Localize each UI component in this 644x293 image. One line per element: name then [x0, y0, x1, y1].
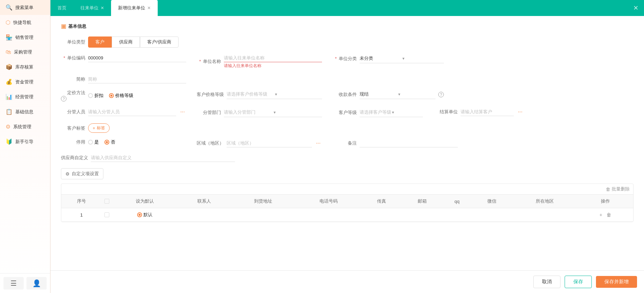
sidebar-item-purchase[interactable]: 🛍 采购管理	[0, 45, 50, 59]
gear-icon: ⚙	[6, 123, 10, 130]
money-icon: 💰	[6, 79, 13, 85]
select-all-checkbox[interactable]	[104, 199, 109, 204]
manager-row: 分管人员 ··· 分管部门 请输入分管部门 ▼ 客户等级 请选择客户等级 ▼ 结…	[61, 108, 634, 117]
row-add-btn[interactable]: +	[598, 212, 604, 218]
tags-row: 客户标签 + 标签	[61, 123, 634, 133]
batch-delete-btn[interactable]: 🗑 批量删除	[606, 186, 630, 192]
sidebar-item-label: 采购管理	[14, 49, 32, 55]
settlement-input[interactable]	[461, 108, 514, 116]
col-action: 操作	[578, 195, 633, 208]
unit-code-input[interactable]	[88, 54, 186, 62]
remark-input[interactable]	[360, 139, 458, 147]
manager-dots-btn[interactable]: ···	[179, 109, 186, 115]
box-icon: 📦	[6, 64, 13, 70]
custom-settings-btn[interactable]: ⚙ 自定义项设置	[61, 168, 103, 179]
home-icon: ⬡	[6, 19, 10, 26]
customer-level-label: 客户等级	[332, 109, 357, 116]
tab-new-partner[interactable]: 新增往来单位 ✕	[111, 0, 158, 16]
sidebar-item-basic[interactable]: 📋 基础信息	[0, 104, 50, 119]
sidebar-item-label: 库存核算	[15, 64, 33, 70]
sidebar-expand-btn[interactable]: ☰	[3, 277, 24, 290]
discount-radio	[88, 93, 93, 98]
tab-home[interactable]: 首页	[50, 0, 73, 16]
disabled-label: 停用	[61, 139, 85, 145]
sidebar-item-search[interactable]: 🔍 搜索菜单	[0, 0, 50, 15]
save-new-button[interactable]: 保存并新增	[596, 276, 637, 288]
disabled-no[interactable]: 否	[104, 139, 115, 145]
unit-code-group: * 单位编码	[61, 54, 186, 62]
pricing-radio-group: 折扣 价格等级	[88, 92, 133, 99]
customer-level-select[interactable]: 请选择客户等级 ▼	[360, 108, 423, 117]
customer-price-select[interactable]: 请选择客户价格等级 ▼	[227, 90, 322, 99]
abbr-label: 简称	[61, 76, 85, 82]
row-default[interactable]: 默认	[112, 208, 178, 222]
type-btn-both[interactable]: 客户/供应商	[140, 36, 179, 48]
table-header-row: 🗑 批量删除	[61, 184, 633, 195]
payment-help-icon[interactable]: ?	[438, 92, 444, 97]
disabled-yes[interactable]: 是	[88, 139, 99, 145]
department-select[interactable]: 请输入分管部门 ▼	[224, 108, 322, 117]
tab-home-label: 首页	[57, 5, 66, 11]
department-group: 分管部门 请输入分管部门 ▼	[197, 108, 322, 117]
tab-new-partner-close[interactable]: ✕	[147, 6, 151, 10]
cancel-button[interactable]: 取消	[533, 276, 560, 288]
abbr-group: 简称	[61, 75, 186, 83]
pricing-row: 定价方法 ? 折扣 价格等级 客户价格等级 请选择客户价	[61, 90, 634, 101]
table-head: 序号 设为默认 联系人 到货地址 电话号码 传真 邮箱 qq 微信 所在地区	[61, 195, 633, 208]
sidebar-item-quicknav[interactable]: ⬡ 快捷导航	[0, 15, 50, 30]
region-input[interactable]	[227, 139, 312, 147]
sidebar-user-btn[interactable]: 👤	[26, 277, 47, 290]
tab-bar-close-btn[interactable]: ✕	[633, 4, 638, 12]
row-actions: + 🗑	[578, 208, 633, 222]
sidebar-item-system[interactable]: ⚙ 系统管理	[0, 119, 50, 134]
col-fax: 传真	[361, 195, 402, 208]
section-title: 基本信息	[68, 23, 86, 30]
discount-label: 折扣	[94, 92, 103, 99]
unit-name-error: 请输入往来单位名称	[224, 63, 322, 69]
tab-partners[interactable]: 往来单位 ✕	[73, 0, 111, 16]
type-btn-supplier[interactable]: 供应商	[112, 36, 140, 48]
unit-category-select[interactable]: 未分类 ▼	[360, 54, 444, 63]
pricing-discount[interactable]: 折扣	[88, 92, 103, 99]
sidebar-item-operations[interactable]: 📊 经营管理	[0, 89, 50, 104]
save-button[interactable]: 保存	[565, 276, 592, 288]
unit-name-input[interactable]	[224, 54, 322, 62]
tags-group: 客户标签 + 标签	[61, 123, 186, 133]
tab-bar: 首页 往来单位 ✕ 新增往来单位 ✕ ✕	[50, 0, 644, 16]
clipboard-icon: 📋	[6, 108, 13, 115]
sidebar-item-inventory[interactable]: 📦 库存核算	[0, 59, 50, 74]
payment-terms-select[interactable]: 现结 ▼	[360, 90, 435, 99]
sidebar-item-label: 资金管理	[15, 79, 33, 85]
row-wechat	[472, 208, 512, 222]
unit-name-group: * 单位名称 请输入往来单位名称	[197, 54, 322, 69]
form-footer: 取消 保存 保存并新增	[50, 270, 644, 293]
store-icon: 🏪	[6, 34, 13, 41]
row-default-radio[interactable]: 默认	[115, 212, 175, 218]
col-address: 到货地址	[230, 195, 296, 208]
row-email	[402, 208, 442, 222]
remark-group: 备注	[332, 139, 458, 147]
sidebar-item-sales[interactable]: 🏪 销售管理	[0, 30, 50, 45]
pricing-help-icon[interactable]: ?	[61, 96, 66, 101]
region-dots-btn[interactable]: ···	[315, 140, 322, 146]
type-btn-customer[interactable]: 客户	[88, 36, 112, 48]
pricing-price-level[interactable]: 价格等级	[109, 92, 133, 99]
sidebar-item-label: 新手引导	[15, 139, 33, 145]
row-checkbox[interactable]	[104, 212, 109, 217]
supplier-custom-input[interactable]	[91, 154, 235, 162]
sidebar-item-finance[interactable]: 💰 资金管理	[0, 74, 50, 89]
col-wechat: 微信	[472, 195, 512, 208]
col-email: 邮箱	[402, 195, 442, 208]
payment-terms-group: 收款条件 现结 ▼ ?	[332, 90, 444, 99]
sidebar-item-guide[interactable]: 🔰 新手引导	[0, 134, 50, 149]
abbr-input[interactable]	[88, 75, 186, 83]
manager-input[interactable]	[88, 108, 176, 116]
add-tag-btn[interactable]: + 标签	[88, 123, 110, 133]
settlement-dots-btn[interactable]: ···	[517, 109, 524, 115]
sidebar-item-label: 快捷导航	[13, 19, 31, 26]
unit-name-label: * 单位名称	[197, 58, 221, 65]
customer-level-group: 客户等级 请选择客户等级 ▼	[332, 108, 423, 117]
tab-partners-close[interactable]: ✕	[101, 6, 104, 10]
chevron-down-icon: ▼	[391, 111, 423, 114]
row-delete-btn[interactable]: 🗑	[605, 212, 613, 218]
